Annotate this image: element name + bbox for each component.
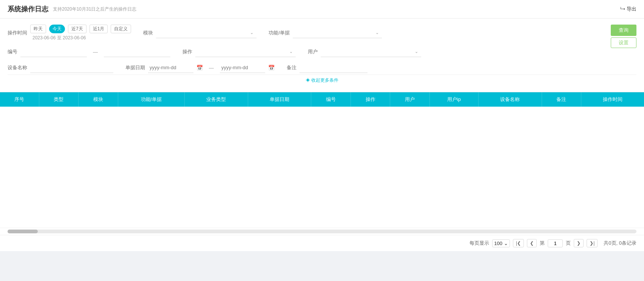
- device-input[interactable]: [30, 62, 113, 73]
- user-select[interactable]: ⌄: [321, 47, 421, 57]
- col-op-time: 操作时间: [581, 92, 644, 107]
- page-text: 第: [540, 240, 545, 247]
- col-type: 类型: [39, 92, 78, 107]
- scrollbar-area: [0, 228, 644, 235]
- time-btn-custom[interactable]: 自定义: [111, 25, 131, 33]
- device-label: 设备名称: [8, 64, 27, 71]
- op-filter-group: 操作 ⌄: [182, 47, 296, 57]
- query-button[interactable]: 查询: [611, 25, 636, 36]
- page-size-select[interactable]: 100 ⌄: [492, 239, 510, 247]
- col-doc-date: 单据日期: [248, 92, 311, 107]
- op-chevron-icon: ⌄: [289, 49, 293, 54]
- page-next-button[interactable]: ❯: [574, 239, 584, 247]
- code-input-to[interactable]: [104, 47, 170, 57]
- func-label: 功能/单据: [269, 29, 290, 36]
- time-label: 操作时间: [8, 29, 27, 36]
- func-select[interactable]: ⌄: [293, 28, 382, 38]
- col-user: 用户: [390, 92, 429, 107]
- table-header-row: 序号 类型 模块 功能/单据 业务类型 单据日期 编号 操作 用户 用户ip 设…: [0, 92, 644, 107]
- remark-input[interactable]: [300, 62, 368, 73]
- col-biz-type: 业务类型: [185, 92, 248, 107]
- code-input-from[interactable]: [20, 47, 87, 57]
- scrollbar-thumb[interactable]: [8, 230, 38, 233]
- remark-filter-group: 备注: [287, 62, 385, 73]
- col-device: 设备名称: [478, 92, 542, 107]
- user-label: 用户: [308, 48, 318, 55]
- action-buttons: 查询 设置: [611, 25, 636, 48]
- export-icon: ⮡: [620, 6, 625, 12]
- col-code: 编号: [311, 92, 351, 107]
- docdate-filter-group: 单据日期 📅 — 📅: [125, 62, 275, 73]
- page-unit: 页: [566, 240, 571, 247]
- time-filter-group: 操作时间 昨天 今天 近7天 近1月 自定义 2023-06-06 至 2023…: [8, 25, 131, 41]
- docdate-to[interactable]: [220, 62, 265, 73]
- table-head: 序号 类型 模块 功能/单据 业务类型 单据日期 编号 操作 用户 用户ip 设…: [0, 92, 644, 107]
- module-filter-group: 模块 ⌄: [143, 28, 256, 38]
- pagination-bar: 每页显示 100 ⌄ |❮ ❮ 第 页 ❯ ❯| 共0页, 0条记录: [0, 235, 644, 251]
- module-label: 模块: [143, 29, 153, 36]
- calendar-icon-from[interactable]: 📅: [196, 65, 203, 71]
- time-btn-today[interactable]: 今天: [49, 25, 65, 33]
- filter-row-3: 设备名称 单据日期 📅 — 📅 备注: [8, 62, 603, 73]
- col-module: 模块: [79, 92, 118, 107]
- user-filter-group: 用户 ⌄: [308, 47, 421, 57]
- device-filter-group: 设备名称: [8, 62, 113, 73]
- filter-row-1: 操作时间 昨天 今天 近7天 近1月 自定义 2023-06-06 至 2023…: [8, 25, 603, 41]
- col-seq: 序号: [0, 92, 39, 107]
- page-size-value: 100: [494, 241, 502, 246]
- page-size-chevron: ⌄: [504, 241, 508, 246]
- op-label: 操作: [182, 48, 192, 55]
- collapse-label: 收起更多条件: [311, 78, 338, 83]
- col-func: 功能/单据: [118, 92, 184, 107]
- filter-row-2: 编号 — 操作 ⌄ 用户: [8, 47, 603, 57]
- col-op: 操作: [351, 92, 390, 107]
- docdate-from[interactable]: [148, 62, 193, 73]
- data-table: 序号 类型 模块 功能/单据 业务类型 单据日期 编号 操作 用户 用户ip 设…: [0, 92, 644, 107]
- docdate-label: 单据日期: [125, 64, 145, 71]
- scrollbar-track[interactable]: [8, 230, 636, 233]
- func-chevron-icon: ⌄: [375, 30, 379, 35]
- func-filter-group: 功能/单据 ⌄: [269, 28, 382, 38]
- module-chevron-icon: ⌄: [250, 30, 253, 35]
- code-filter-group: 编号 —: [8, 47, 170, 57]
- range-sep-1: —: [93, 49, 98, 55]
- time-range-display: 2023-06-06 至 2023-06-06: [32, 35, 131, 41]
- page-prev-button[interactable]: ❮: [527, 239, 537, 247]
- page-last-button[interactable]: ❯|: [587, 239, 598, 247]
- time-section: 昨天 今天 近7天 近1月 自定义 2023-06-06 至 2023-06-0…: [30, 25, 131, 41]
- time-btn-yesterday[interactable]: 昨天: [30, 25, 46, 33]
- collapse-icon: ◈: [306, 78, 310, 83]
- page-subtitle: 支持2020年10月31日之后产生的操作日志: [53, 6, 136, 12]
- time-btn-7days[interactable]: 近7天: [68, 25, 86, 33]
- col-remark: 备注: [542, 92, 581, 107]
- total-label: 共0页, 0条记录: [604, 240, 636, 247]
- op-select[interactable]: ⌄: [195, 47, 296, 57]
- settings-button[interactable]: 设置: [611, 37, 636, 48]
- time-btn-1month[interactable]: 近1月: [90, 25, 108, 33]
- page-header: 系统操作日志 支持2020年10月31日之后产生的操作日志 ⮡ 导出: [0, 0, 644, 19]
- page-input[interactable]: [548, 239, 563, 247]
- empty-area: [0, 107, 644, 228]
- col-user-ip: 用户ip: [429, 92, 478, 107]
- remark-label: 备注: [287, 64, 297, 71]
- export-button[interactable]: ⮡ 导出: [620, 6, 636, 12]
- table-container: 序号 类型 模块 功能/单据 业务类型 单据日期 编号 操作 用户 用户ip 设…: [0, 92, 644, 228]
- filter-area: 操作时间 昨天 今天 近7天 近1月 自定义 2023-06-06 至 2023…: [0, 19, 644, 92]
- module-select[interactable]: ⌄: [156, 28, 256, 38]
- calendar-icon-to[interactable]: 📅: [268, 65, 275, 71]
- per-page-label: 每页显示: [469, 240, 489, 247]
- page-title: 系统操作日志: [8, 5, 48, 14]
- collapse-bar[interactable]: ◈ 收起更多条件: [8, 75, 636, 86]
- range-sep-2: —: [209, 65, 214, 71]
- page-first-button[interactable]: |❮: [513, 239, 524, 247]
- code-label: 编号: [8, 48, 17, 55]
- user-chevron-icon: ⌄: [415, 49, 418, 54]
